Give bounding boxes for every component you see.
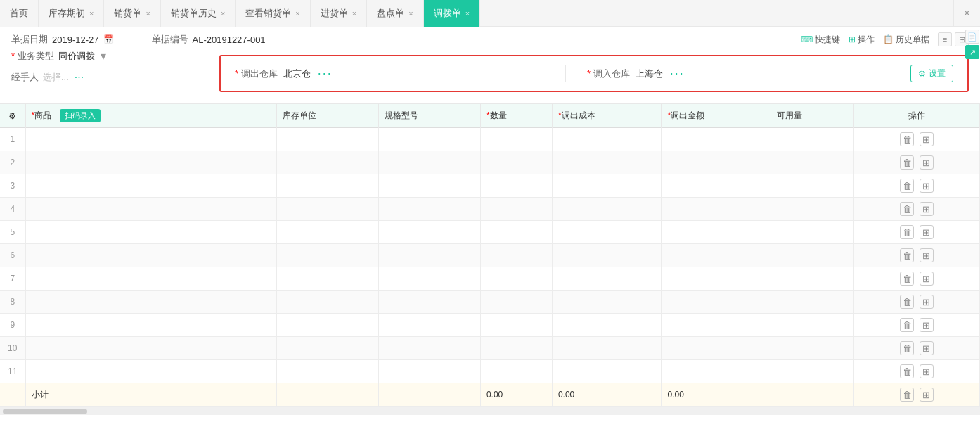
horizontal-scrollbar[interactable] [0, 407, 980, 415]
tab-view-sales[interactable]: 查看销货单 × [236, 0, 310, 27]
delete-icon[interactable]: 🗑 [900, 155, 914, 170]
agent-select[interactable]: 选择... [43, 71, 69, 84]
copy-icon[interactable]: ⊞ [920, 155, 934, 170]
delete-icon[interactable]: 🗑 [900, 364, 914, 378]
qty-cell[interactable] [480, 244, 552, 267]
copy-icon[interactable]: ⊞ [920, 295, 934, 309]
scan-input-btn[interactable]: 扫码录入 [60, 109, 101, 122]
product-cell[interactable] [25, 198, 276, 221]
unit-cell[interactable] [276, 198, 378, 221]
unit-cell[interactable] [276, 221, 378, 244]
available-cell[interactable] [771, 221, 854, 244]
spec-cell[interactable] [378, 337, 480, 360]
qty-cell[interactable] [480, 291, 552, 314]
tab-purchase[interactable]: 进货单 × [311, 0, 367, 27]
unit-cell[interactable] [276, 151, 378, 174]
spec-cell[interactable] [378, 198, 480, 221]
delete-icon[interactable]: 🗑 [900, 202, 914, 216]
cost-cell[interactable] [552, 267, 662, 291]
qty-cell[interactable] [480, 360, 552, 383]
unit-cell[interactable] [276, 360, 378, 383]
delete-icon[interactable]: 🗑 [900, 132, 914, 146]
cost-cell[interactable] [552, 151, 662, 174]
amount-cell[interactable] [662, 291, 771, 314]
tab-sales-history[interactable]: 销货单历史 × [161, 0, 236, 27]
qty-cell[interactable] [480, 337, 552, 360]
qty-cell[interactable] [480, 221, 552, 244]
copy-icon[interactable]: ⊞ [920, 202, 934, 216]
product-cell[interactable] [25, 174, 276, 198]
rp-external-link-icon[interactable]: ↗ [965, 45, 979, 59]
available-cell[interactable] [771, 291, 854, 314]
cost-cell[interactable] [552, 337, 662, 360]
amount-cell[interactable] [662, 221, 771, 244]
delete-icon[interactable]: 🗑 [900, 318, 914, 332]
spec-cell[interactable] [378, 128, 480, 151]
available-cell[interactable] [771, 360, 854, 383]
setting-button[interactable]: ⚙ 设置 [910, 65, 953, 82]
out-warehouse-more-icon[interactable]: ··· [318, 66, 333, 81]
cost-cell[interactable] [552, 291, 662, 314]
unit-cell[interactable] [276, 337, 378, 360]
amount-cell[interactable] [662, 244, 771, 267]
view-mode-list[interactable]: ≡ [938, 32, 952, 46]
delete-icon[interactable]: 🗑 [900, 341, 914, 355]
spec-cell[interactable] [378, 174, 480, 198]
product-cell[interactable] [25, 128, 276, 151]
product-cell[interactable] [25, 244, 276, 267]
product-cell[interactable] [25, 267, 276, 291]
unit-cell[interactable] [276, 244, 378, 267]
shortcut-btn[interactable]: ⌨ 快捷键 [801, 34, 840, 46]
product-cell[interactable] [25, 291, 276, 314]
delete-icon[interactable]: 🗑 [900, 248, 914, 262]
tab-close-sales[interactable]: × [146, 9, 150, 18]
tab-inventory[interactable]: 盘点单 × [367, 0, 423, 27]
tab-inventory-init[interactable]: 库存期初 × [39, 0, 104, 27]
history-btn[interactable]: 📋 历史单据 [883, 34, 929, 46]
subtotal-copy-icon[interactable]: ⊞ [920, 388, 934, 402]
cost-cell[interactable] [552, 174, 662, 198]
subtotal-delete-icon[interactable]: 🗑 [900, 388, 914, 402]
available-cell[interactable] [771, 128, 854, 151]
qty-cell[interactable] [480, 314, 552, 337]
cost-cell[interactable] [552, 244, 662, 267]
spec-cell[interactable] [378, 314, 480, 337]
available-cell[interactable] [771, 151, 854, 174]
copy-icon[interactable]: ⊞ [920, 341, 934, 355]
in-warehouse-more-icon[interactable]: ··· [670, 66, 685, 81]
available-cell[interactable] [771, 244, 854, 267]
spec-cell[interactable] [378, 360, 480, 383]
product-cell[interactable] [25, 221, 276, 244]
cost-cell[interactable] [552, 360, 662, 383]
available-cell[interactable] [771, 174, 854, 198]
cost-cell[interactable] [552, 198, 662, 221]
scrollbar-thumb[interactable] [3, 409, 87, 414]
amount-cell[interactable] [662, 151, 771, 174]
cost-cell[interactable] [552, 221, 662, 244]
available-cell[interactable] [771, 198, 854, 221]
delete-icon[interactable]: 🗑 [900, 179, 914, 193]
available-cell[interactable] [771, 267, 854, 291]
agent-more-icon[interactable]: ··· [75, 71, 84, 84]
copy-icon[interactable]: ⊞ [920, 272, 934, 286]
tab-home[interactable]: 首页 [0, 0, 39, 27]
available-cell[interactable] [771, 337, 854, 360]
tab-close-inventory-init[interactable]: × [89, 9, 94, 18]
spec-cell[interactable] [378, 221, 480, 244]
product-cell[interactable] [25, 360, 276, 383]
amount-cell[interactable] [662, 267, 771, 291]
delete-icon[interactable]: 🗑 [900, 225, 914, 239]
tab-close-view-sales[interactable]: × [295, 9, 299, 18]
cost-cell[interactable] [552, 314, 662, 337]
product-cell[interactable] [25, 151, 276, 174]
available-cell[interactable] [771, 314, 854, 337]
qty-cell[interactable] [480, 198, 552, 221]
amount-cell[interactable] [662, 174, 771, 198]
amount-cell[interactable] [662, 360, 771, 383]
product-cell[interactable] [25, 337, 276, 360]
spec-cell[interactable] [378, 151, 480, 174]
unit-cell[interactable] [276, 174, 378, 198]
calendar-icon[interactable]: 📅 [103, 34, 114, 44]
copy-icon[interactable]: ⊞ [920, 248, 934, 262]
qty-cell[interactable] [480, 267, 552, 291]
